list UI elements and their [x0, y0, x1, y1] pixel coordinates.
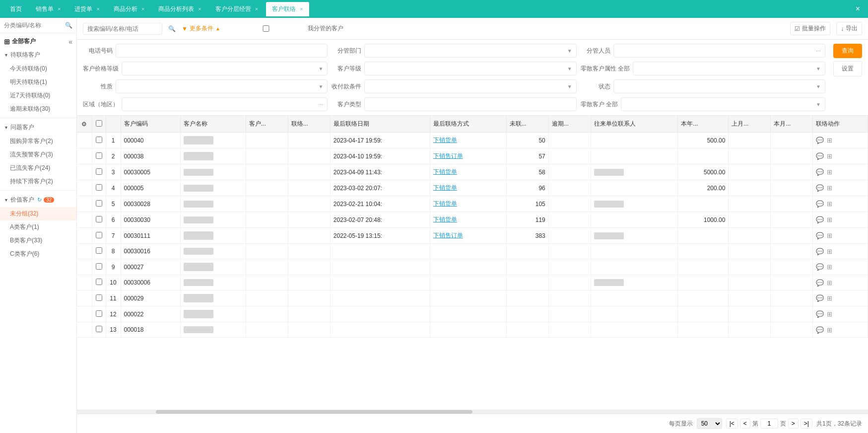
row-last-contact-way-cell[interactable]: 下销售订单: [430, 228, 506, 244]
price-level-select[interactable]: ▼: [122, 62, 328, 75]
nav-product-analysis[interactable]: 商品分析 ×: [108, 2, 150, 16]
category-search-input[interactable]: [4, 22, 63, 29]
last-page-button[interactable]: >|: [801, 419, 812, 429]
row-checkbox[interactable]: [96, 247, 102, 254]
name-header[interactable]: 客户名称: [180, 116, 246, 133]
close-customer-contact-icon[interactable]: ×: [300, 6, 303, 12]
retail-customer-select[interactable]: ▼: [621, 97, 825, 111]
grid-action-icon[interactable]: ⊞: [827, 248, 832, 255]
this-month-header[interactable]: 本月...: [771, 116, 813, 133]
my-customers-checkbox[interactable]: [226, 25, 306, 32]
phone-input[interactable]: [116, 44, 328, 58]
row-checkbox[interactable]: [96, 263, 102, 270]
query-button[interactable]: 查询: [833, 44, 862, 58]
chat-icon[interactable]: 💬: [816, 279, 824, 287]
my-customers-checkbox-label[interactable]: 我分管的客户: [226, 24, 343, 33]
sidebar-search-area[interactable]: 🔍: [0, 18, 76, 33]
row-checkbox-cell[interactable]: [92, 164, 106, 180]
grid-action-icon[interactable]: ⊞: [827, 326, 832, 334]
row-checkbox-cell[interactable]: [92, 196, 106, 212]
sidebar-item-class-c[interactable]: C类客户(6): [0, 247, 76, 261]
chat-icon[interactable]: 💬: [816, 200, 824, 208]
row-checkbox-cell[interactable]: [92, 212, 106, 228]
grid-action-icon[interactable]: ⊞: [827, 294, 832, 302]
sidebar-item-churned[interactable]: 已流失客户(24): [0, 161, 76, 175]
search-input[interactable]: [83, 23, 162, 35]
contact-way-link[interactable]: 下销货单: [433, 184, 457, 191]
grid-action-icon[interactable]: ⊞: [827, 184, 832, 192]
close-product-list-icon[interactable]: ×: [198, 6, 201, 12]
grid-action-icon[interactable]: ⊞: [827, 232, 832, 239]
nav-customer-segment[interactable]: 客户分层经营 ×: [209, 2, 264, 16]
sidebar-item-class-b[interactable]: B类客户(33): [0, 234, 76, 247]
close-purchase-icon[interactable]: ×: [96, 6, 99, 12]
unit-contact-header[interactable]: 往来单位联系人: [591, 116, 678, 133]
contact-way-link[interactable]: 下销货单: [433, 168, 457, 175]
row-checkbox[interactable]: [96, 216, 102, 222]
search-icon[interactable]: 🔍: [65, 22, 72, 29]
manager-input[interactable]: ···: [613, 44, 825, 58]
sidebar-item-declining[interactable]: 持续下滑客户(2): [0, 175, 76, 188]
sidebar-item-hoarding[interactable]: 囤购异常客户(2): [0, 135, 76, 148]
group-problem-customers[interactable]: ▼ 问题客户: [0, 120, 76, 135]
row-last-contact-way-cell[interactable]: [430, 306, 506, 322]
close-all-button[interactable]: ×: [852, 4, 864, 13]
group-pending-contact[interactable]: ▼ 待联络客户: [0, 48, 76, 62]
this-year-header[interactable]: 本年...: [678, 116, 729, 133]
row-last-contact-way-cell[interactable]: 下销售订单: [430, 148, 506, 164]
sidebar-item-today[interactable]: 今天待联络(0): [0, 62, 76, 75]
row-checkbox[interactable]: [96, 168, 102, 175]
chat-icon[interactable]: 💬: [816, 137, 824, 144]
chat-icon[interactable]: 💬: [816, 232, 824, 239]
all-customers-header[interactable]: ⊞ 全部客户 «: [0, 33, 76, 48]
chat-icon[interactable]: 💬: [816, 216, 824, 223]
status-select[interactable]: ▼: [613, 79, 825, 93]
grid-action-icon[interactable]: ⊞: [827, 200, 832, 208]
refresh-icon[interactable]: ↻: [37, 197, 42, 203]
row-last-contact-way-cell[interactable]: [430, 275, 506, 290]
grid-action-icon[interactable]: ⊞: [827, 263, 832, 271]
more-conditions-button[interactable]: ▼ 更多条件 ▲: [182, 24, 220, 33]
chat-icon[interactable]: 💬: [816, 152, 824, 160]
sidebar-item-ungroup[interactable]: 未分组(32): [0, 207, 76, 220]
row-checkbox[interactable]: [96, 326, 102, 332]
sidebar-item-class-a[interactable]: A类客户(1): [0, 220, 76, 234]
row-last-contact-way-cell[interactable]: [430, 259, 506, 275]
row-checkbox-cell[interactable]: [92, 244, 106, 259]
sidebar-item-tomorrow[interactable]: 明天待联络(1): [0, 75, 76, 89]
sidebar-item-overdue[interactable]: 逾期未联络(30): [0, 102, 76, 116]
nav-home[interactable]: 首页: [4, 2, 28, 16]
row-last-contact-way-cell[interactable]: 下销货单: [430, 133, 506, 148]
grid-action-icon[interactable]: ⊞: [827, 168, 832, 176]
row-checkbox[interactable]: [96, 279, 102, 285]
collapse-sidebar-icon[interactable]: «: [68, 38, 72, 46]
row-checkbox-cell[interactable]: [92, 180, 106, 196]
close-sales-icon[interactable]: ×: [58, 6, 61, 12]
chat-icon[interactable]: 💬: [816, 263, 824, 271]
customer-type-input[interactable]: [364, 97, 576, 111]
row-checkbox-cell[interactable]: [92, 290, 106, 306]
contact-way-link[interactable]: 下销货单: [433, 200, 457, 207]
customer-level-select[interactable]: ▼: [364, 62, 576, 75]
row-checkbox[interactable]: [96, 232, 102, 238]
sidebar-item-week[interactable]: 近7天待联络(0): [0, 89, 76, 102]
horizontal-scrollbar[interactable]: [77, 410, 868, 414]
grid-action-icon[interactable]: ⊞: [827, 137, 832, 144]
chat-icon[interactable]: 💬: [816, 168, 824, 176]
row-checkbox-cell[interactable]: [92, 228, 106, 244]
type-header[interactable]: 客户...: [246, 116, 288, 133]
page-number-input[interactable]: [760, 419, 778, 429]
chat-icon[interactable]: 💬: [816, 184, 824, 192]
last-contact-date-header[interactable]: 最后联络日期: [330, 116, 430, 133]
region-input[interactable]: ···: [122, 97, 328, 111]
nav-customer-contact[interactable]: 客户联络 ×: [266, 2, 309, 16]
overdue-header[interactable]: 逾期...: [548, 116, 591, 133]
batch-op-button[interactable]: ☑ 批量操作: [790, 22, 830, 35]
row-checkbox[interactable]: [96, 310, 102, 317]
next-page-button[interactable]: >: [788, 419, 799, 429]
group-value-customers[interactable]: ▼ 价值客户 ↻ 32: [0, 193, 76, 207]
not-contacted-header[interactable]: 未联...: [506, 116, 548, 133]
grid-action-icon[interactable]: ⊞: [827, 152, 832, 160]
last-contact-way-header[interactable]: 最后联络方式: [430, 116, 506, 133]
search-submit-icon[interactable]: 🔍: [168, 25, 176, 32]
